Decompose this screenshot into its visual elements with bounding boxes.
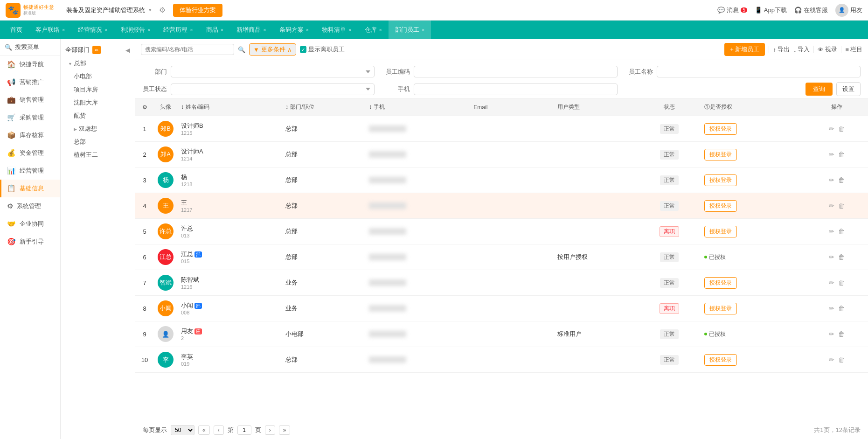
msg-item[interactable]: 💬 消息 5: [717, 6, 747, 14]
auth-login-btn[interactable]: 授权登录: [704, 123, 737, 135]
dept-select[interactable]: [171, 66, 375, 77]
auth-login-btn[interactable]: 授权登录: [704, 226, 737, 237]
online-service-item[interactable]: 🎧 在线客服: [794, 6, 828, 14]
edit-icon[interactable]: ✏: [829, 151, 834, 158]
delete-icon[interactable]: 🗑: [838, 176, 845, 184]
phone-input[interactable]: [414, 84, 618, 95]
empstatus-select[interactable]: [171, 84, 375, 95]
column-btn[interactable]: ≡ 栏目: [845, 45, 862, 54]
close-icon[interactable]: ×: [104, 27, 107, 33]
dept-node-shenyang[interactable]: 沈阳大库: [61, 96, 135, 109]
th-phone[interactable]: ↕ 手机: [365, 98, 470, 116]
th-name[interactable]: ↕ 姓名/编码: [177, 98, 282, 116]
view-btn[interactable]: 👁 视录: [818, 45, 837, 54]
settings-icon[interactable]: ⚙: [159, 6, 166, 14]
nav-tab-history[interactable]: 经营历程×: [157, 21, 199, 39]
sidebar-item-basic[interactable]: 📋 基础信息: [0, 180, 60, 197]
nav-tab-barcode[interactable]: 条码方案×: [273, 21, 315, 39]
edit-icon[interactable]: ✏: [829, 176, 834, 184]
close-icon[interactable]: ×: [221, 27, 223, 33]
auth-login-btn[interactable]: 授权登录: [704, 174, 737, 186]
edit-icon[interactable]: ✏: [829, 228, 834, 235]
sidebar-item-marketing[interactable]: 📢 营销推广: [0, 73, 60, 91]
delete-icon[interactable]: 🗑: [838, 228, 845, 235]
query-btn[interactable]: 查询: [806, 83, 833, 96]
sidebar-item-quicknav[interactable]: 🏠 快捷导航: [0, 56, 60, 73]
sidebar-item-finance[interactable]: 💰 资金管理: [0, 144, 60, 162]
show-resigned-label[interactable]: ✓ 显示离职员工: [300, 45, 345, 54]
sidebar-item-mgmt[interactable]: 📊 经营管理: [0, 162, 60, 180]
dept-tree-collapse-btn[interactable]: ◀: [125, 47, 130, 54]
prev-page-btn[interactable]: ‹: [214, 425, 224, 435]
close-icon[interactable]: ×: [306, 27, 309, 33]
empname-input[interactable]: [657, 66, 861, 77]
sidebar-item-inventory[interactable]: 📦 库存核算: [0, 126, 60, 144]
current-page-input[interactable]: [237, 425, 251, 435]
search-btn[interactable]: 🔍: [238, 46, 245, 53]
last-page-btn[interactable]: »: [279, 425, 291, 435]
nav-home[interactable]: 首页: [4, 21, 29, 39]
sidebar-item-sales[interactable]: 💼 销售管理: [0, 91, 60, 109]
delete-icon[interactable]: 🗑: [838, 125, 845, 132]
dept-node-zongbu[interactable]: 总部: [61, 135, 135, 148]
more-filter-btn[interactable]: ▼ 更多条件 ∧: [249, 43, 296, 56]
search-menu-btn[interactable]: 🔍 搜索菜单: [0, 39, 60, 56]
th-dept[interactable]: ↕ 部门/职位: [282, 98, 365, 116]
dept-node-xiaodibu[interactable]: 小电部: [61, 70, 135, 83]
nav-tab-dept-emp[interactable]: 部门员工×: [389, 21, 431, 39]
nav-tab-customer[interactable]: 客户联络×: [29, 21, 71, 39]
import-btn[interactable]: ↓ 导入: [793, 45, 810, 54]
first-page-btn[interactable]: «: [198, 425, 210, 435]
close-icon[interactable]: ×: [348, 27, 351, 33]
dept-node-peihuo[interactable]: 配货: [61, 109, 135, 122]
try-btn[interactable]: 体验行业方案: [173, 4, 222, 17]
export-btn[interactable]: ↑ 导出: [773, 45, 790, 54]
empcode-input[interactable]: [414, 66, 618, 77]
edit-icon[interactable]: ✏: [829, 330, 834, 338]
show-resigned-checkbox[interactable]: ✓: [300, 46, 306, 53]
auth-login-btn[interactable]: 授权登录: [704, 200, 737, 212]
close-icon[interactable]: ×: [190, 27, 193, 33]
delete-icon[interactable]: 🗑: [838, 202, 845, 209]
page-size-select[interactable]: 50 10 20 100: [171, 425, 194, 435]
nav-tab-bom[interactable]: 物料清单×: [315, 21, 358, 39]
sidebar-item-guide[interactable]: 🎯 新手引导: [0, 233, 60, 251]
nav-tab-operation[interactable]: 经营情况×: [71, 21, 114, 39]
sidebar-item-purchase[interactable]: 🛒 采购管理: [0, 109, 60, 126]
edit-icon[interactable]: ✏: [829, 279, 834, 286]
auth-login-btn[interactable]: 授权登录: [704, 149, 737, 160]
dept-node-zhishuwang[interactable]: 植树王二: [61, 148, 135, 161]
auth-login-btn[interactable]: 授权登录: [704, 354, 737, 366]
dept-node-shuanglvxiang[interactable]: ▶双虑想: [61, 122, 135, 135]
dept-node-project[interactable]: 项目库房: [61, 83, 135, 96]
edit-icon[interactable]: ✏: [829, 356, 834, 363]
delete-icon[interactable]: 🗑: [838, 279, 845, 286]
sidebar-item-collab[interactable]: 🤝 企业协同: [0, 215, 60, 233]
edit-icon[interactable]: ✏: [829, 125, 834, 132]
delete-icon[interactable]: 🗑: [838, 305, 845, 312]
user-item[interactable]: 👤 用友: [835, 4, 862, 17]
close-icon[interactable]: ×: [379, 27, 382, 33]
edit-icon[interactable]: ✏: [829, 202, 834, 209]
next-page-btn[interactable]: ›: [265, 425, 275, 435]
app-download-item[interactable]: 📱 App下载: [755, 6, 787, 14]
delete-icon[interactable]: 🗑: [838, 253, 845, 261]
delete-icon[interactable]: 🗑: [838, 330, 845, 338]
close-icon[interactable]: ×: [62, 27, 65, 33]
edit-icon[interactable]: ✏: [829, 253, 834, 261]
close-icon[interactable]: ×: [147, 27, 150, 33]
nav-tab-warehouse[interactable]: 仓库×: [358, 21, 389, 39]
nav-tab-profit[interactable]: 利润报告×: [114, 21, 157, 39]
close-icon[interactable]: ×: [422, 27, 424, 33]
nav-tab-goods[interactable]: 商品×: [200, 21, 230, 39]
auth-login-btn[interactable]: 授权登录: [704, 277, 737, 289]
delete-icon[interactable]: 🗑: [838, 356, 845, 363]
dept-tree-edit-icon[interactable]: ✏: [92, 46, 101, 54]
sidebar-item-sysadmin[interactable]: ⚙ 系统管理: [0, 197, 60, 215]
delete-icon[interactable]: 🗑: [838, 151, 845, 158]
reset-btn[interactable]: 设置: [836, 82, 861, 96]
close-icon[interactable]: ×: [263, 27, 266, 33]
nav-tab-addgoods[interactable]: 新增商品×: [230, 21, 272, 39]
search-input[interactable]: [141, 44, 234, 55]
add-employee-btn[interactable]: + 新增员工: [724, 43, 765, 56]
